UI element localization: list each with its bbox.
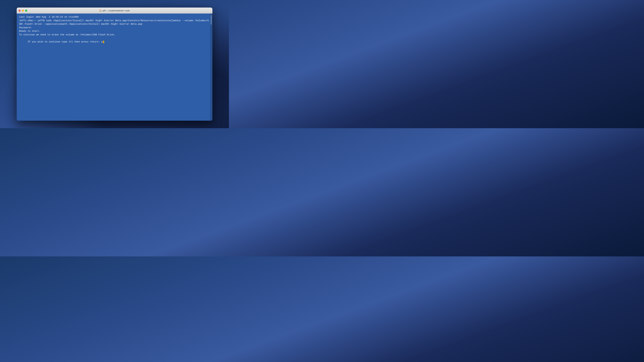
close-button[interactable] xyxy=(18,9,20,12)
minimize-button[interactable] xyxy=(22,9,24,12)
scrollbar[interactable] xyxy=(210,13,212,121)
terminal-line-3: Password: xyxy=(19,26,210,30)
terminal-last-line: If you wish to continue type (Y) then pr… xyxy=(28,40,103,43)
terminal-line-1: Last login: Wed Aug 2 10:35:24 on ttys00… xyxy=(19,15,210,19)
title-text: jeff — createinstallmed • sudo xyxy=(103,9,130,12)
scrollbar-thumb xyxy=(211,15,212,24)
terminal-cursor xyxy=(103,41,104,43)
terminal-window: 🏠 jeff — createinstallmed • sudo Last lo… xyxy=(17,7,212,121)
traffic-lights xyxy=(18,9,27,12)
terminal-line-2: Jeffs-iMac:~ jeff$ sudo /Applications/In… xyxy=(19,19,210,26)
terminal-line-4: Ready to start. xyxy=(19,29,210,33)
window-title: 🏠 jeff — createinstallmed • sudo xyxy=(99,9,130,12)
title-bar: 🏠 jeff — createinstallmed • sudo xyxy=(17,7,212,13)
maximize-button[interactable] xyxy=(25,9,27,12)
terminal-content[interactable]: Last login: Wed Aug 2 10:35:24 on ttys00… xyxy=(17,13,212,121)
home-icon: 🏠 xyxy=(99,9,102,12)
terminal-line-5: To continue we need to erase the volume … xyxy=(19,33,210,37)
terminal-line-6: If you wish to continue type (Y) then pr… xyxy=(19,37,210,47)
